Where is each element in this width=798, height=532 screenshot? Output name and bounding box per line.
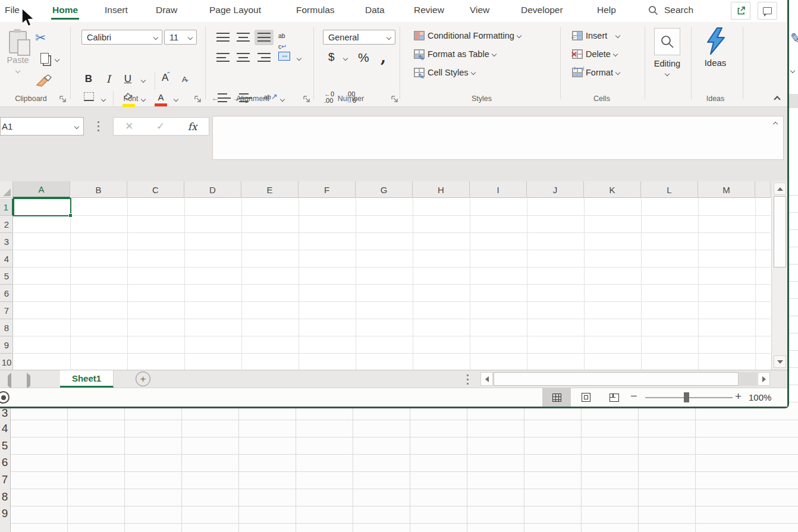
name-box[interactable]: A1 [0, 117, 84, 136]
top-align-button[interactable] [216, 33, 230, 42]
hscroll-left-button[interactable] [480, 372, 493, 386]
row-header-3[interactable]: 3 [0, 233, 13, 250]
menu-tab-view[interactable]: View [470, 5, 489, 15]
zoom-slider-thumb[interactable] [684, 392, 689, 402]
column-header-D[interactable]: D [184, 181, 241, 198]
delete-cells-button[interactable]: ✕ Delete [572, 46, 617, 62]
share-button[interactable] [731, 2, 750, 20]
menu-tab-help[interactable]: Help [597, 5, 616, 15]
horizontal-scroll-track[interactable] [739, 372, 757, 386]
view-page-layout-button[interactable] [571, 388, 600, 407]
column-header-M[interactable]: M [698, 181, 755, 198]
row-header-5[interactable]: 5 [0, 267, 13, 285]
view-page-break-button[interactable] [600, 388, 629, 407]
menu-tab-review[interactable]: Review [414, 5, 444, 15]
menu-tab-page-layout[interactable]: Page Layout [209, 5, 261, 15]
borders-button[interactable] [84, 92, 94, 103]
row-header-1[interactable]: 1 [0, 199, 13, 216]
paste-button[interactable]: Paste [5, 29, 31, 86]
menu-tab-home[interactable]: Home [52, 5, 78, 15]
hscroll-right-button[interactable] [758, 372, 770, 386]
column-header-B[interactable]: B [70, 181, 127, 198]
next-sheet-button[interactable] [27, 376, 30, 386]
borders-chevron-icon[interactable] [101, 97, 106, 102]
align-center-button[interactable] [237, 53, 250, 62]
column-header-K[interactable]: K [584, 181, 641, 198]
column-header-J[interactable]: J [527, 181, 584, 198]
copy-chevron-icon[interactable] [55, 57, 59, 62]
format-as-table-button[interactable]: ✎ Format as Table [414, 46, 496, 62]
fill-handle[interactable] [68, 213, 73, 218]
insert-cells-button[interactable]: ← Insert [572, 28, 620, 43]
grow-font-button[interactable]: Aˆ [162, 72, 171, 84]
underline-chevron-icon[interactable] [141, 78, 146, 83]
ideas-bolt-icon[interactable] [703, 27, 728, 55]
currency-button[interactable]: $ [328, 51, 335, 64]
merge-center-button[interactable] [278, 52, 290, 63]
cancel-button[interactable]: ✕ [125, 120, 133, 133]
enter-button[interactable]: ✓ [156, 120, 165, 133]
zoom-out-button[interactable]: − [630, 389, 637, 403]
cut-button[interactable]: ✂ [35, 30, 46, 46]
font-family-combo[interactable]: Calibri [81, 30, 162, 45]
row-header-2[interactable]: 2 [0, 216, 13, 233]
menu-tab-draw[interactable]: Draw [156, 5, 177, 15]
currency-chevron-icon[interactable] [343, 56, 348, 61]
underline-button[interactable]: U [121, 73, 134, 85]
prev-sheet-button[interactable] [8, 376, 11, 386]
align-right-button[interactable] [257, 53, 271, 62]
record-macro-button[interactable] [0, 391, 10, 404]
menu-tab-formulas[interactable]: Formulas [296, 5, 335, 15]
column-header-C[interactable]: C [127, 181, 184, 198]
font-color-button[interactable]: A [155, 92, 167, 106]
number-format-combo[interactable]: General [323, 30, 395, 45]
search-box[interactable]: Search [648, 5, 693, 15]
italic-button[interactable]: I [102, 73, 115, 85]
horizontal-scroll-thumb[interactable] [494, 372, 739, 386]
select-all-button[interactable] [0, 181, 13, 198]
menu-tab-developer[interactable]: Developer [521, 5, 563, 15]
insert-function-button[interactable]: fx [188, 121, 197, 133]
format-cells-button[interactable]: ⊢⊣ Format [572, 65, 620, 80]
vertical-scroll-thumb[interactable] [774, 196, 786, 267]
clipboard-dialog-launcher[interactable] [59, 96, 67, 103]
name-box-resize-handle[interactable] [98, 121, 99, 132]
copy-button[interactable] [40, 53, 49, 64]
active-cell-A1[interactable] [13, 198, 71, 216]
percent-button[interactable]: % [358, 51, 369, 65]
row-header-4[interactable]: 4 [0, 250, 13, 267]
ideas-button[interactable]: Ideas [695, 58, 736, 68]
format-painter-button[interactable] [34, 73, 54, 89]
alignment-dialog-launcher[interactable] [303, 96, 310, 103]
menu-tab-data[interactable]: Data [365, 5, 385, 15]
row-header-10[interactable]: 10 [0, 354, 13, 370]
cell-styles-button[interactable]: ✎ Cell Styles [414, 65, 475, 80]
formula-input[interactable] [212, 116, 784, 160]
column-header-H[interactable]: H [413, 181, 470, 198]
menu-tab-insert[interactable]: Insert [105, 5, 128, 15]
row-header-7[interactable]: 7 [0, 302, 13, 319]
scroll-down-button[interactable] [774, 355, 786, 368]
vertical-scrollbar[interactable] [771, 181, 787, 370]
font-dialog-launcher[interactable] [194, 96, 202, 103]
add-sheet-button[interactable]: + [136, 372, 150, 386]
merge-chevron-icon[interactable] [297, 56, 301, 61]
column-header-I[interactable]: I [470, 181, 527, 198]
zoom-level[interactable]: 100% [749, 392, 771, 402]
font-size-combo[interactable]: 11 [164, 30, 197, 45]
row-header-9[interactable]: 9 [0, 336, 13, 354]
editing-chevron-icon[interactable] [665, 71, 670, 76]
orientation-chevron-icon[interactable] [280, 97, 285, 102]
column-header-G[interactable]: G [356, 181, 413, 198]
column-header-partial[interactable] [755, 181, 771, 198]
middle-align-button[interactable] [237, 33, 250, 42]
collapse-formula-bar-button[interactable] [773, 122, 778, 127]
menu-tab-file[interactable]: File [5, 5, 20, 15]
spreadsheet-cells[interactable] [14, 199, 771, 370]
wrap-text-button[interactable]: abc↵ [278, 30, 287, 51]
column-header-A[interactable]: A [13, 181, 70, 198]
align-left-button[interactable] [216, 53, 230, 62]
editing-find-button[interactable] [654, 28, 680, 55]
shrink-font-button[interactable]: Aˇ [182, 74, 189, 84]
sheet-tab-sheet1[interactable]: Sheet1 [60, 370, 114, 388]
